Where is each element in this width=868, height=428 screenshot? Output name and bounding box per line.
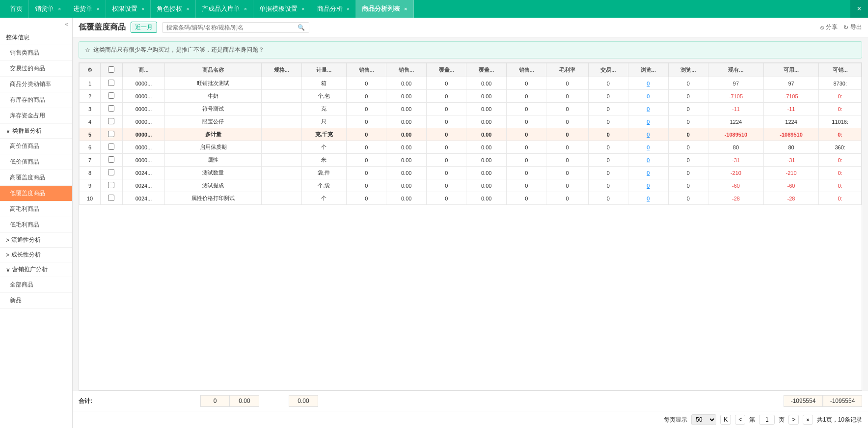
col-available-stock[interactable]: 可用... bbox=[763, 63, 819, 77]
row-no: 8 bbox=[80, 167, 101, 179]
nav-tab-perms[interactable]: 权限设置 × bbox=[106, 0, 151, 18]
sidebar-item-new-goods[interactable]: 新品 bbox=[0, 293, 72, 309]
page-number-input[interactable] bbox=[759, 415, 775, 425]
row-checkbox[interactable] bbox=[101, 192, 123, 205]
sidebar-item-in-stock[interactable]: 有库存的商品 bbox=[0, 92, 72, 108]
col-cover2[interactable]: 覆盖... bbox=[466, 63, 507, 77]
row-checkbox[interactable] bbox=[101, 103, 123, 115]
row-name[interactable]: 多计量 bbox=[165, 128, 262, 141]
row-name[interactable]: 牛奶 bbox=[165, 90, 262, 103]
nav-tab-perms-close[interactable]: × bbox=[141, 6, 144, 12]
nav-tab-analysis-close[interactable]: × bbox=[347, 6, 350, 12]
col-browse1[interactable]: 浏览... bbox=[628, 63, 669, 77]
nav-tab-sales-close[interactable]: × bbox=[58, 6, 61, 12]
sidebar-overall-header[interactable]: 整体信息 bbox=[0, 30, 72, 45]
row-cover2: 0.00 bbox=[466, 141, 507, 154]
next-page-button[interactable]: > bbox=[788, 415, 799, 425]
sidebar-group-circulation[interactable]: > 流通性分析 bbox=[0, 233, 72, 248]
sidebar-group-growth[interactable]: > 成长性分析 bbox=[0, 248, 72, 262]
sidebar-item-traded-goods[interactable]: 交易过的商品 bbox=[0, 61, 72, 77]
nav-tab-purchase-close[interactable]: × bbox=[96, 6, 99, 12]
col-gross-margin[interactable]: 毛利率 bbox=[546, 63, 588, 77]
search-input[interactable] bbox=[166, 24, 296, 31]
row-name[interactable]: 眼宝公仔 bbox=[165, 115, 262, 128]
sidebar-item-low-coverage[interactable]: 低覆盖度商品 bbox=[0, 186, 72, 201]
row-checkbox[interactable] bbox=[101, 90, 123, 103]
row-name[interactable]: 测试数量 bbox=[165, 167, 262, 179]
nav-tab-templates-close[interactable]: × bbox=[301, 6, 304, 12]
share-button[interactable]: ⎋ 分享 bbox=[820, 23, 838, 31]
row-browse1[interactable]: 0 bbox=[628, 115, 669, 128]
row-checkbox[interactable] bbox=[101, 154, 123, 167]
sidebar-item-high-margin[interactable]: 高毛利商品 bbox=[0, 201, 72, 217]
col-settings[interactable]: ⚙ bbox=[80, 63, 101, 77]
nav-tab-produce-close[interactable]: × bbox=[244, 6, 247, 12]
nav-tab-templates[interactable]: 单据模板设置 × bbox=[253, 0, 311, 18]
row-name[interactable]: 启用保质期 bbox=[165, 141, 262, 154]
last-page-button[interactable]: » bbox=[803, 415, 813, 425]
col-sales-qty[interactable]: 销售... bbox=[346, 63, 386, 77]
col-sales-days[interactable]: 销售... bbox=[506, 63, 546, 77]
col-spec[interactable]: 规格... bbox=[262, 63, 302, 77]
sidebar-group-cluster[interactable]: ∨ 类群量分析 bbox=[0, 124, 72, 139]
col-checkbox[interactable] bbox=[101, 63, 123, 77]
sidebar-item-capital[interactable]: 库存资金占用 bbox=[0, 108, 72, 124]
sidebar-item-all-goods[interactable]: 全部商品 bbox=[0, 277, 72, 293]
row-name[interactable]: 属性 bbox=[165, 154, 262, 167]
search-box[interactable]: 🔍 bbox=[162, 22, 309, 33]
row-checkbox[interactable] bbox=[101, 128, 123, 141]
col-sales-amt[interactable]: 销售... bbox=[386, 63, 427, 77]
row-browse1[interactable]: 0 bbox=[628, 179, 669, 192]
sidebar-group-marketing[interactable]: ∨ 营销推广分析 bbox=[0, 262, 72, 277]
row-browse1[interactable]: 0 bbox=[628, 192, 669, 205]
row-code: 0024... bbox=[122, 167, 165, 179]
nav-tab-produce[interactable]: 产成品入库单 × bbox=[196, 0, 253, 18]
first-page-button[interactable]: K bbox=[720, 415, 731, 425]
col-browse2[interactable]: 浏览... bbox=[668, 63, 708, 77]
col-cover1[interactable]: 覆盖... bbox=[426, 63, 466, 77]
col-current-stock[interactable]: 现有... bbox=[708, 63, 764, 77]
sidebar-item-high-value[interactable]: 高价值商品 bbox=[0, 139, 72, 154]
sidebar-item-high-coverage[interactable]: 高覆盖度商品 bbox=[0, 170, 72, 186]
col-name[interactable]: 商品名称 bbox=[165, 63, 262, 77]
sidebar-item-category-rate[interactable]: 商品分类动销率 bbox=[0, 77, 72, 92]
row-name[interactable]: 属性价格打印测试 bbox=[165, 192, 262, 205]
sidebar-item-low-margin[interactable]: 低毛利商品 bbox=[0, 217, 72, 233]
export-button[interactable]: ↻ 导出 bbox=[843, 23, 862, 31]
nav-tab-sales[interactable]: 销货单 × bbox=[29, 0, 67, 18]
sidebar-item-low-value[interactable]: 低价值商品 bbox=[0, 154, 72, 170]
date-filter-button[interactable]: 近一月 bbox=[131, 22, 157, 33]
nav-tab-analysis-list[interactable]: 商品分析列表 × bbox=[356, 0, 413, 18]
row-checkbox[interactable] bbox=[101, 77, 123, 90]
nav-tab-purchase[interactable]: 进货单 × bbox=[67, 0, 106, 18]
row-browse1[interactable]: 0 bbox=[628, 77, 669, 90]
nav-tab-home[interactable]: 首页 bbox=[4, 0, 29, 18]
col-transaction[interactable]: 交易... bbox=[588, 63, 628, 77]
prev-page-button[interactable]: < bbox=[735, 415, 745, 425]
row-name[interactable]: 符号测试 bbox=[165, 103, 262, 115]
nav-tab-roles-close[interactable]: × bbox=[186, 6, 189, 12]
row-name[interactable]: 旺铺批次测试 bbox=[165, 77, 262, 90]
nav-tab-analysis[interactable]: 商品分析 × bbox=[311, 0, 356, 18]
row-browse1[interactable]: 0 bbox=[628, 167, 669, 179]
sidebar-item-sales-goods[interactable]: 销售类商品 bbox=[0, 45, 72, 61]
row-browse1[interactable]: 0 bbox=[628, 90, 669, 103]
select-all-checkbox[interactable] bbox=[108, 66, 114, 73]
nav-tab-roles[interactable]: 角色授权 × bbox=[151, 0, 195, 18]
row-browse1[interactable]: 0 bbox=[628, 154, 669, 167]
row-checkbox[interactable] bbox=[101, 141, 123, 154]
row-browse1[interactable]: 0 bbox=[628, 141, 669, 154]
col-sellable[interactable]: 可销... bbox=[819, 63, 862, 77]
row-checkbox[interactable] bbox=[101, 115, 123, 128]
row-name[interactable]: 测试提成 bbox=[165, 179, 262, 192]
row-checkbox[interactable] bbox=[101, 167, 123, 179]
per-page-select[interactable]: 50 10 20 100 bbox=[691, 414, 716, 425]
row-browse1[interactable]: 0 bbox=[628, 128, 669, 141]
nav-close-all-button[interactable]: × bbox=[850, 0, 868, 18]
col-unit[interactable]: 计量... bbox=[301, 63, 346, 77]
col-code[interactable]: 商... bbox=[122, 63, 165, 77]
sidebar-collapse-button[interactable]: « bbox=[0, 18, 72, 30]
row-browse1[interactable]: 0 bbox=[628, 103, 669, 115]
row-checkbox[interactable] bbox=[101, 179, 123, 192]
nav-tab-analysis-list-close[interactable]: × bbox=[404, 6, 407, 12]
